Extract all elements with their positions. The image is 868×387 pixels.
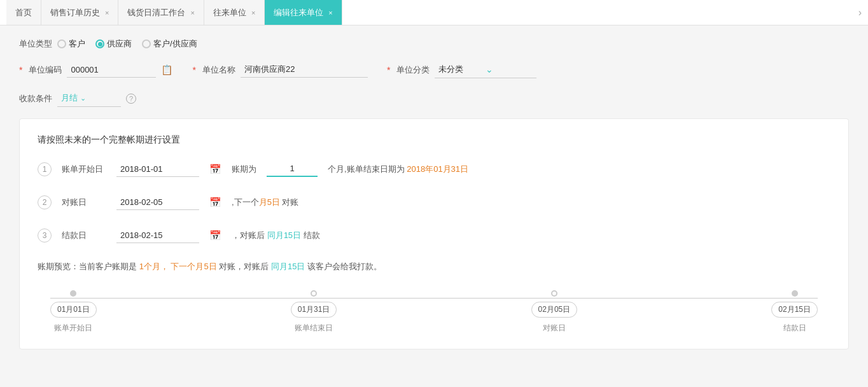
step-3-date-input[interactable]: [116, 228, 199, 243]
timeline-dot-2: [551, 290, 557, 297]
unit-code-label: 单位编码: [29, 64, 62, 76]
step-1-desc-suffix: 个月,账单结束日期为 2018年01月31日: [328, 164, 468, 175]
unit-code-required: *: [19, 65, 22, 75]
payment-terms-dropdown[interactable]: 月结 ⌄: [57, 90, 121, 107]
step-1-label: 账单开始日: [62, 164, 106, 175]
timeline-label-1: 账单结束日: [295, 323, 333, 334]
tab-cash-work[interactable]: 钱货日清工作台 ×: [118, 0, 204, 25]
tab-home-label: 首页: [15, 7, 32, 18]
timeline-badge-2: 02月05日: [531, 302, 578, 318]
timeline-dot-3: [792, 290, 798, 297]
tab-partner-units-close[interactable]: ×: [251, 9, 255, 17]
tab-cash-work-label: 钱货日清工作台: [127, 7, 185, 18]
step-3-number: 3: [38, 229, 52, 243]
tab-edit-partner-close[interactable]: ×: [328, 9, 332, 17]
unit-type-label: 单位类型: [19, 38, 52, 50]
step-2-calendar[interactable]: 📅: [209, 197, 221, 208]
tab-edit-partner[interactable]: 编辑往来单位 ×: [265, 0, 342, 25]
step-2-number: 2: [38, 195, 52, 209]
payment-terms-row: 收款条件 月结 ⌄ ?: [19, 90, 849, 107]
preview-part4: 同月15日: [271, 262, 305, 271]
radio-both-label: 客户/供应商: [153, 38, 197, 50]
payment-terms-arrow: ⌄: [80, 94, 86, 102]
timeline-badge-0: 01月01日: [50, 302, 97, 318]
unit-category-field: * 单位分类 未分类 ⌄: [387, 61, 536, 78]
unit-category-label: 单位分类: [396, 64, 430, 76]
tab-home[interactable]: 首页: [6, 0, 41, 25]
step-1-desc-prefix: 账期为: [232, 164, 256, 174]
radio-customer-circle: [57, 39, 66, 48]
radio-supplier[interactable]: 供应商: [95, 38, 132, 50]
tabs-arrow[interactable]: ›: [852, 7, 868, 18]
step-1-number: 1: [38, 162, 52, 176]
unit-code-field: * 单位编码 📋: [19, 62, 173, 78]
preview-part1: 1个月，: [139, 262, 169, 271]
tab-edit-partner-label: 编辑往来单位: [274, 7, 323, 18]
timeline-label-0: 账单开始日: [54, 323, 92, 334]
panel-title: 请按照未来的一个完整帐期进行设置: [38, 134, 830, 146]
timeline-badge-1: 01月31日: [291, 302, 337, 318]
unit-info-row: * 单位编码 📋 * 单位名称 * 单位分类 未分类 ⌄: [19, 61, 849, 78]
step-1-row: 1 账单开始日 📅 账期为 个月,账单结束日期为 2018年01月31日: [38, 161, 830, 177]
help-icon[interactable]: ?: [126, 94, 136, 104]
radio-supplier-circle: [95, 39, 104, 48]
tab-partner-units-label: 往来单位: [213, 7, 246, 18]
step-3-label: 结款日: [62, 230, 106, 241]
step-1-desc: 账期为: [232, 164, 256, 175]
preview-part3: 对账，对账后: [219, 262, 269, 271]
main-content: 单位类型 客户 供应商 客户/供应商 * 单位编码: [0, 25, 868, 387]
timeline-label-3: 结款日: [783, 323, 806, 334]
unit-category-dropdown[interactable]: 未分类 ⌄: [435, 61, 536, 78]
unit-name-input[interactable]: [241, 62, 368, 78]
step-1-highlight: 2018年01月31日: [407, 164, 468, 174]
timeline-points: 01月01日 账单开始日 01月31日 账单结束日 02月05日 对账日: [50, 290, 818, 334]
timeline-point-2: 02月05日 对账日: [531, 290, 578, 334]
timeline-badge-3: 02月15日: [771, 302, 818, 318]
timeline-dot-1: [311, 290, 317, 297]
step-1-date-input[interactable]: [116, 162, 199, 177]
tab-partner-units[interactable]: 往来单位 ×: [204, 0, 265, 25]
timeline-point-1: 01月31日 账单结束日: [291, 290, 337, 334]
unit-name-field: * 单位名称: [192, 62, 367, 78]
unit-code-input[interactable]: [67, 62, 156, 78]
radio-supplier-label: 供应商: [107, 38, 132, 50]
timeline-point-3: 02月15日 结款日: [771, 290, 818, 334]
unit-name-required: *: [192, 65, 195, 75]
timeline-label-2: 对账日: [543, 323, 566, 334]
timeline-dot-0: [70, 290, 76, 297]
preview-part5: 该客户会给我打款。: [307, 262, 382, 271]
timeline: 01月01日 账单开始日 01月31日 账单结束日 02月05日 对账日: [38, 290, 830, 334]
step-1-suffix-text: 个月,账单结束日期为: [328, 164, 407, 174]
unit-type-row: 单位类型 客户 供应商 客户/供应商: [19, 38, 849, 50]
step-3-desc: ，对账后 同月15日 结款: [232, 230, 320, 241]
radio-both[interactable]: 客户/供应商: [142, 38, 197, 50]
unit-type-field: 单位类型 客户 供应商 客户/供应商: [19, 38, 197, 50]
radio-customer[interactable]: 客户: [57, 38, 85, 50]
step-2-highlight: 月5日: [259, 197, 280, 207]
preview-label: 账期预览：当前客户账期是: [38, 262, 137, 271]
preview-part2: 下一个月5日: [171, 262, 216, 271]
step-2-date-input[interactable]: [116, 195, 199, 210]
step-2-row: 2 对账日 📅 ,下一个月5日 对账: [38, 195, 830, 210]
tab-sales-history-close[interactable]: ×: [105, 9, 109, 17]
radio-customer-label: 客户: [69, 38, 85, 50]
step-1-period-input[interactable]: [267, 161, 318, 177]
payment-terms-label: 收款条件: [19, 93, 52, 104]
tab-sales-history-label: 销售订单历史: [50, 7, 100, 18]
step-2-label: 对账日: [62, 197, 106, 208]
radio-both-circle: [142, 39, 151, 48]
step-3-calendar[interactable]: 📅: [209, 230, 221, 241]
step-2-desc: ,下一个月5日 对账: [232, 197, 298, 208]
copy-icon[interactable]: 📋: [161, 64, 173, 76]
settings-panel: 请按照未来的一个完整帐期进行设置 1 账单开始日 📅 账期为 个月,账单结束日期…: [19, 118, 849, 349]
unit-category-value: 未分类: [438, 64, 486, 75]
timeline-point-0: 01月01日 账单开始日: [50, 290, 97, 334]
unit-category-required: *: [387, 65, 390, 75]
tabs-bar: 首页 销售订单历史 × 钱货日清工作台 × 往来单位 × 编辑往来单位 × ›: [0, 0, 868, 25]
step-3-highlight: 同月15日: [267, 230, 301, 240]
category-dropdown-arrow: ⌄: [486, 64, 533, 74]
step-1-calendar[interactable]: 📅: [209, 164, 221, 175]
preview-text: 账期预览：当前客户账期是 1个月， 下一个月5日 对账，对账后 同月15日 该客…: [38, 261, 830, 272]
tab-sales-history[interactable]: 销售订单历史 ×: [41, 0, 118, 25]
tab-cash-work-close[interactable]: ×: [190, 9, 194, 17]
